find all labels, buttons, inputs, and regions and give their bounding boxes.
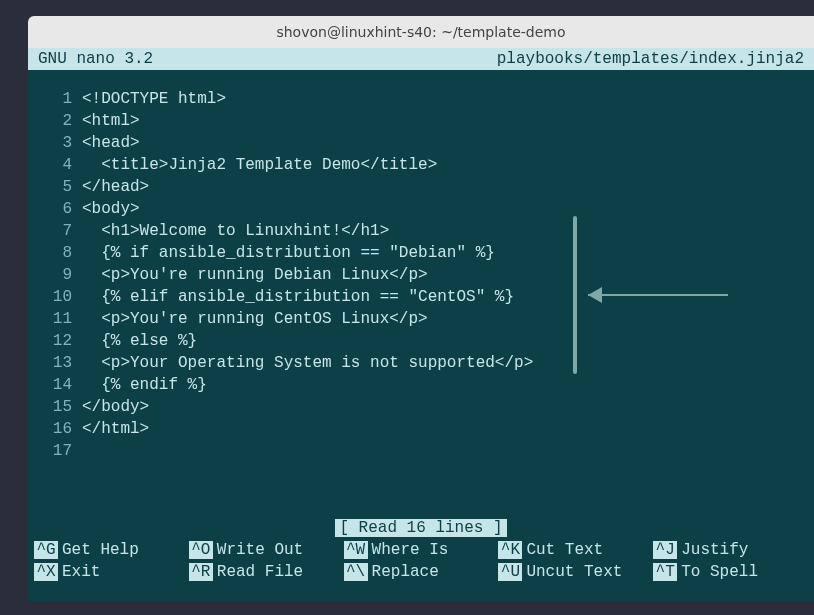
line-number: 15 — [28, 398, 78, 420]
code-line[interactable]: <title>Jinja2 Template Demo</title> — [78, 156, 814, 178]
editor-filename: playbooks/templates/index.jinja2 — [497, 50, 814, 68]
line-number: 3 — [28, 134, 78, 156]
line-number: 4 — [28, 156, 78, 178]
shortcut-key: ^\ — [344, 563, 368, 581]
shortcut-label: To Spell — [681, 563, 758, 581]
file-content[interactable]: <!DOCTYPE html><html><head> <title>Jinja… — [78, 90, 814, 464]
shortcut-item[interactable]: ^KCut Text — [498, 539, 653, 561]
shortcut-label: Write Out — [217, 541, 303, 559]
shortcut-label: Read File — [217, 563, 303, 581]
shortcut-label: Replace — [372, 563, 439, 581]
code-line[interactable]: <h1>Welcome to Linuxhint!</h1> — [78, 222, 814, 244]
shortcut-key: ^W — [344, 541, 368, 559]
shortcut-label: Exit — [62, 563, 100, 581]
line-number: 16 — [28, 420, 78, 442]
code-line[interactable]: <p>Your Operating System is not supporte… — [78, 354, 814, 376]
line-number: 10 — [28, 288, 78, 310]
editor-area[interactable]: 1234567891011121314151617 <!DOCTYPE html… — [28, 70, 814, 464]
code-line[interactable]: </html> — [78, 420, 814, 442]
terminal-content: GNU nano 3.2 playbooks/templates/index.j… — [28, 48, 814, 601]
shortcut-key: ^U — [498, 563, 522, 581]
shortcut-label: Where Is — [372, 541, 449, 559]
line-number: 2 — [28, 112, 78, 134]
code-line[interactable]: <p>You're running CentOS Linux</p> — [78, 310, 814, 332]
nano-footer: [ Read 16 lines ] ^GGet Help^OWrite Out^… — [28, 519, 814, 583]
shortcut-key: ^R — [189, 563, 213, 581]
line-number: 12 — [28, 332, 78, 354]
shortcut-key: ^O — [189, 541, 213, 559]
code-line[interactable]: {% else %} — [78, 332, 814, 354]
code-line[interactable]: <head> — [78, 134, 814, 156]
app-name: GNU nano 3.2 — [28, 50, 157, 68]
line-number: 13 — [28, 354, 78, 376]
nano-statusbar: GNU nano 3.2 playbooks/templates/index.j… — [28, 48, 814, 70]
shortcut-item[interactable]: ^JJustify — [653, 539, 808, 561]
annotation-arrow-icon — [588, 285, 728, 305]
shortcut-key: ^X — [34, 563, 58, 581]
shortcut-key: ^G — [34, 541, 58, 559]
shortcut-item[interactable]: ^OWrite Out — [189, 539, 344, 561]
shortcut-key: ^T — [653, 563, 677, 581]
code-line[interactable]: {% if ansible_distribution == "Debian" %… — [78, 244, 814, 266]
line-number: 7 — [28, 222, 78, 244]
code-line[interactable]: </body> — [78, 398, 814, 420]
shortcut-label: Get Help — [62, 541, 139, 559]
shortcut-key: ^K — [498, 541, 522, 559]
line-numbers: 1234567891011121314151617 — [28, 90, 78, 464]
shortcut-item[interactable]: ^RRead File — [189, 561, 344, 583]
window-title: shovon@linuxhint-s40: ~/template-demo — [276, 24, 565, 40]
shortcut-item[interactable]: ^WWhere Is — [344, 539, 499, 561]
code-line[interactable]: <html> — [78, 112, 814, 134]
line-number: 5 — [28, 178, 78, 200]
code-line[interactable] — [78, 442, 814, 464]
terminal-window: shovon@linuxhint-s40: ~/template-demo GN… — [28, 16, 814, 601]
line-number: 1 — [28, 90, 78, 112]
line-number: 17 — [28, 442, 78, 464]
annotation-bracket — [573, 216, 577, 374]
shortcut-label: Justify — [681, 541, 748, 559]
shortcut-item[interactable]: ^TTo Spell — [653, 561, 808, 583]
line-number: 14 — [28, 376, 78, 398]
line-number: 9 — [28, 266, 78, 288]
status-message: [ Read 16 lines ] — [28, 519, 814, 537]
shortcut-item[interactable]: ^UUncut Text — [498, 561, 653, 583]
code-line[interactable]: </head> — [78, 178, 814, 200]
code-line[interactable]: <!DOCTYPE html> — [78, 90, 814, 112]
shortcut-bar: ^GGet Help^OWrite Out^WWhere Is^KCut Tex… — [28, 539, 814, 583]
shortcut-key: ^J — [653, 541, 677, 559]
line-number: 8 — [28, 244, 78, 266]
shortcut-item[interactable]: ^\Replace — [344, 561, 499, 583]
code-line[interactable]: {% endif %} — [78, 376, 814, 398]
shortcut-item[interactable]: ^GGet Help — [34, 539, 189, 561]
window-titlebar: shovon@linuxhint-s40: ~/template-demo — [28, 16, 814, 48]
code-line[interactable]: <body> — [78, 200, 814, 222]
shortcut-item[interactable]: ^XExit — [34, 561, 189, 583]
shortcut-label: Uncut Text — [526, 563, 622, 581]
shortcut-label: Cut Text — [526, 541, 603, 559]
line-number: 6 — [28, 200, 78, 222]
line-number: 11 — [28, 310, 78, 332]
